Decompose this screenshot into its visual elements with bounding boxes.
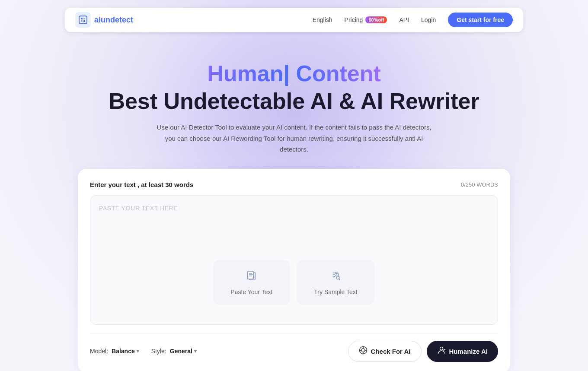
navbar-inner: aiundetect English Pricing 60%off API Lo…: [65, 8, 523, 32]
style-value[interactable]: General ▾: [170, 348, 197, 355]
style-selector[interactable]: Style: General ▾: [151, 348, 197, 355]
card-footer: Model: Balance ▾ Style: General ▾: [90, 333, 498, 362]
model-label: Model:: [90, 348, 108, 355]
svg-rect-2: [83, 18, 85, 19]
navbar: aiundetect English Pricing 60%off API Lo…: [56, 0, 532, 40]
main-card: Enter your text , at least 30 words 0/25…: [78, 169, 510, 371]
style-label: Style:: [151, 348, 166, 355]
nav-api[interactable]: API: [399, 16, 409, 23]
nav-pricing[interactable]: Pricing 60%off: [345, 16, 387, 23]
card-input-label: Enter your text , at least 30 words: [90, 181, 193, 188]
hero-title-wrapper: Human| Content Best Undetectable AI & AI…: [9, 60, 579, 114]
logo[interactable]: aiundetect: [75, 12, 133, 28]
check-ai-icon: [359, 346, 368, 357]
page-wrapper: aiundetect English Pricing 60%off API Lo…: [0, 0, 588, 371]
nav-english[interactable]: English: [313, 16, 332, 23]
get-started-button[interactable]: Get start for free: [448, 13, 513, 27]
hero-subtitle: Use our AI Detector Tool to evaluate you…: [156, 122, 432, 155]
hero-title-gradient: Human| Content: [207, 61, 381, 86]
svg-rect-0: [79, 16, 87, 24]
sample-icon: [330, 270, 342, 284]
nav-login[interactable]: Login: [421, 16, 436, 23]
card-header: Enter your text , at least 30 words 0/25…: [90, 181, 498, 188]
paste-btn-label: Paste Your Text: [230, 289, 272, 295]
style-chevron-icon: ▾: [194, 349, 197, 354]
humanize-icon: [437, 346, 446, 357]
textarea-placeholder: PASTE YOUR TEXT HERE: [99, 205, 178, 212]
model-selector[interactable]: Model: Balance ▾: [90, 348, 139, 355]
humanize-btn-label: Humanize AI: [449, 348, 488, 355]
try-sample-text-button[interactable]: Try Sample Text: [297, 260, 374, 305]
paste-your-text-button[interactable]: Paste Your Text: [213, 260, 290, 305]
paste-icon: [246, 270, 258, 284]
sample-btn-label: Try Sample Text: [314, 289, 357, 295]
model-chevron-icon: ▾: [137, 349, 139, 354]
hero-section: Human| Content Best Undetectable AI & AI…: [0, 40, 588, 169]
word-count: 0/250 WORDS: [461, 181, 498, 188]
svg-rect-1: [81, 18, 83, 19]
check-for-ai-button[interactable]: Check For AI: [348, 341, 422, 362]
nav-links: English Pricing 60%off API Login Get sta…: [313, 13, 513, 27]
hero-title-main: Best Undetectable AI & AI Rewriter: [9, 88, 579, 114]
model-value[interactable]: Balance ▾: [112, 348, 139, 355]
svg-rect-6: [247, 271, 253, 279]
svg-point-13: [440, 347, 443, 350]
svg-rect-3: [81, 20, 83, 22]
check-btn-label: Check For AI: [371, 348, 411, 355]
logo-label: aiundetect: [94, 16, 133, 25]
action-buttons: Check For AI Humanize AI: [348, 341, 498, 362]
logo-icon: [75, 12, 91, 28]
model-style-selectors: Model: Balance ▾ Style: General ▾: [90, 348, 197, 355]
humanize-ai-button[interactable]: Humanize AI: [427, 341, 498, 362]
pricing-badge: 60%off: [365, 16, 387, 23]
quick-actions: Paste Your Text: [213, 260, 374, 305]
svg-point-12: [361, 349, 365, 352]
card-container: Enter your text , at least 30 words 0/25…: [0, 169, 588, 371]
text-area-wrap[interactable]: PASTE YOUR TEXT HERE Paste: [90, 195, 498, 325]
svg-rect-4: [83, 20, 85, 22]
